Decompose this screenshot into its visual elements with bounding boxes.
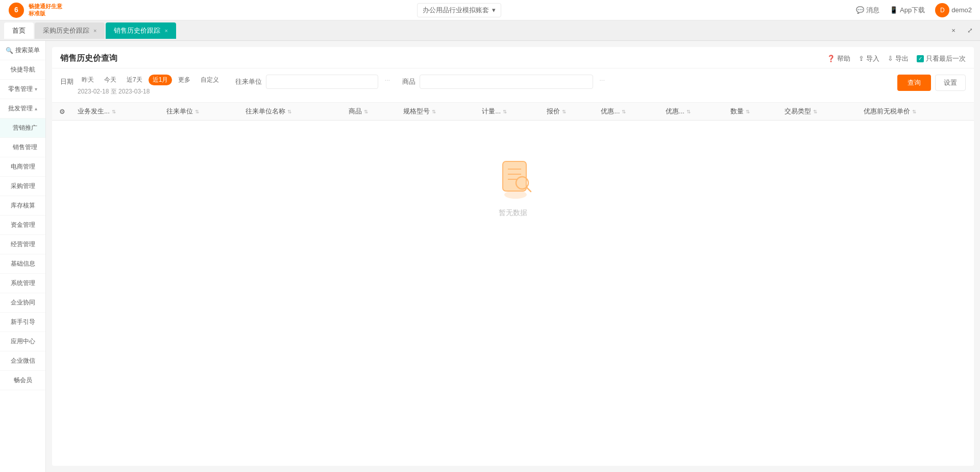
product-input[interactable] [420, 75, 593, 89]
sidebar-item-beginner[interactable]: 新手引导 [0, 313, 45, 332]
page-actions: ❓ 帮助 ⇪ 导入 ⇩ 导出 ✓ 只看最后一次 [827, 54, 966, 63]
setting-button[interactable]: 设置 [935, 75, 966, 91]
query-button[interactable]: 查询 [897, 75, 931, 91]
sort-icon: ⇅ [687, 109, 691, 114]
sidebar-item-wholesale[interactable]: 批发管理 ▴ [0, 99, 45, 119]
table-col-price[interactable]: 报价 ⇅ [542, 103, 596, 121]
help-button[interactable]: ❓ 帮助 [827, 54, 850, 63]
main-layout: 🔍 搜索菜单 快捷导航 零售管理 ▾ 批发管理 ▴ 营销推广 销售管理 电商管理… [0, 41, 980, 472]
empty-icon [487, 151, 538, 202]
sidebar-item-marketing[interactable]: 营销推广 [0, 119, 45, 138]
empty-state: 暂无数据 [52, 121, 974, 248]
date-btn-today[interactable]: 今天 [100, 75, 120, 85]
import-icon: ⇪ [859, 55, 864, 62]
sidebar-item-inventory[interactable]: 库存核算 [0, 196, 45, 216]
date-buttons: 昨天 今天 近7天 近1月 更多 自定义 [78, 75, 223, 85]
sidebar-item-purchase[interactable]: 采购管理 [0, 177, 45, 196]
sidebar-item-sales-mgmt[interactable]: 销售管理 [0, 138, 45, 157]
table-col-discount1[interactable]: 优惠... ⇅ [596, 103, 660, 121]
message-action[interactable]: 💬 消息 [856, 6, 879, 15]
sidebar-item-finance[interactable]: 资金管理 [0, 216, 45, 235]
table-col-quantity[interactable]: 数量 ⇅ [725, 103, 780, 121]
table-col-business-unit[interactable]: 往来单位 ⇅ [161, 103, 240, 121]
avatar: D [935, 3, 949, 17]
date-btn-7days[interactable]: 近7天 [122, 75, 146, 85]
sidebar-item-retail[interactable]: 零售管理 ▾ [0, 80, 45, 99]
download-icon: 📱 [890, 6, 898, 14]
date-filter-group: 日期 昨天 今天 近7天 近1月 更多 自定义 2023-02-18 至 202… [60, 75, 223, 96]
sidebar-item-ecommerce[interactable]: 电商管理 [0, 157, 45, 177]
tab-purchase-history[interactable]: 采购历史价跟踪 × [35, 22, 105, 39]
sidebar-item-member[interactable]: 畅会员 [0, 371, 45, 390]
sidebar-item-basic-info[interactable]: 基础信息 [0, 254, 45, 274]
date-btn-custom[interactable]: 自定义 [197, 75, 223, 85]
tab-bar-right: × ⤢ [947, 25, 976, 37]
page-header: 销售历史价查询 ❓ 帮助 ⇪ 导入 ⇩ 导出 ✓ [52, 47, 974, 68]
sidebar-item-enterprise-collab[interactable]: 企业协同 [0, 293, 45, 313]
table-col-price-notax[interactable]: 优惠前无税单价 ⇅ [859, 103, 974, 121]
table-col-unit[interactable]: 计量... ⇅ [477, 103, 542, 121]
business-unit-label: 往来单位 [235, 75, 262, 89]
top-header: 6 畅捷通好生意 标准版 办公用品行业模拟账套 ▾ 💬 消息 📱 App下载 D… [0, 0, 980, 20]
app-download-action[interactable]: 📱 App下载 [890, 6, 925, 15]
export-button[interactable]: ⇩ 导出 [888, 54, 909, 63]
import-button[interactable]: ⇪ 导入 [859, 54, 879, 63]
date-btn-more[interactable]: 更多 [174, 75, 194, 85]
filter-right: 查询 设置 [897, 75, 966, 91]
sidebar-item-system[interactable]: 系统管理 [0, 274, 45, 293]
date-btn-yesterday[interactable]: 昨天 [78, 75, 98, 85]
table-wrapper: ⚙ 业务发生... ⇅ 往来单位 [52, 103, 974, 466]
business-unit-filter-group: 往来单位 ... [235, 75, 390, 89]
sort-icon: ⇅ [746, 109, 750, 114]
svg-text:6: 6 [14, 6, 18, 14]
sidebar-item-search-menu[interactable]: 🔍 搜索菜单 [0, 41, 45, 60]
sidebar-item-app-center[interactable]: 应用中心 [0, 332, 45, 351]
table-col-gear[interactable]: ⚙ [52, 103, 72, 121]
sort-icon: ⇅ [287, 109, 291, 114]
sidebar-item-operations[interactable]: 经营管理 [0, 235, 45, 254]
data-table: ⚙ 业务发生... ⇅ 往来单位 [52, 103, 974, 121]
sort-icon: ⇅ [112, 109, 116, 114]
product-filter-group: 商品 ... [402, 75, 605, 89]
date-range-text: 2023-02-18 至 2023-03-18 [78, 87, 223, 96]
date-filter-options: 昨天 今天 近7天 近1月 更多 自定义 2023-02-18 至 2023-0… [78, 75, 223, 96]
tab-close-icon[interactable]: × [947, 25, 960, 37]
sidebar-item-quick-nav[interactable]: 快捷导航 [0, 60, 45, 80]
table-col-spec[interactable]: 规格型号 ⇅ [398, 103, 477, 121]
tab-home[interactable]: 首页 [4, 22, 34, 39]
sidebar: 🔍 搜索菜单 快捷导航 零售管理 ▾ 批发管理 ▴ 营销推广 销售管理 电商管理… [0, 41, 46, 472]
table-col-product[interactable]: 商品 ⇅ [344, 103, 398, 121]
sort-icon: ⇅ [432, 109, 436, 114]
chevron-up-icon: ▴ [35, 106, 37, 111]
table-col-biz-date[interactable]: 业务发生... ⇅ [72, 103, 161, 121]
only-last-checkbox[interactable]: ✓ 只看最后一次 [917, 54, 966, 63]
checkbox-checked-icon: ✓ [917, 55, 924, 62]
export-icon: ⇩ [888, 55, 893, 62]
date-btn-1month[interactable]: 近1月 [149, 75, 173, 85]
tab-purchase-close[interactable]: × [93, 28, 96, 34]
table-col-business-unit-name[interactable]: 往来单位名称 ⇅ [240, 103, 344, 121]
page-title: 销售历史价查询 [60, 53, 117, 64]
sort-icon: ⇅ [562, 109, 566, 114]
tab-sales-close[interactable]: × [164, 28, 167, 34]
business-unit-input[interactable] [266, 75, 378, 89]
filter-area: 日期 昨天 今天 近7天 近1月 更多 自定义 2023-02-18 至 202… [52, 68, 974, 103]
sort-icon: ⇅ [503, 109, 507, 114]
help-icon: ❓ [827, 55, 835, 62]
sort-icon: ⇅ [912, 109, 916, 114]
sidebar-item-enterprise-wechat[interactable]: 企业微信 [0, 351, 45, 371]
app-selector[interactable]: 办公用品行业模拟账套 ▾ [417, 3, 501, 17]
logo-icon: 6 [8, 2, 24, 18]
svg-point-2 [504, 191, 527, 199]
message-icon: 💬 [856, 6, 864, 14]
logo-area: 6 畅捷通好生意 标准版 [8, 2, 62, 18]
chevron-down-icon: ▾ [35, 86, 37, 92]
sort-icon: ⇅ [195, 109, 199, 114]
tab-expand-icon[interactable]: ⤢ [964, 25, 976, 37]
user-action[interactable]: D demo2 [935, 3, 972, 17]
product-label: 商品 [402, 75, 415, 89]
tab-sales-history[interactable]: 销售历史价跟踪 × [106, 22, 176, 39]
table-col-trade-type[interactable]: 交易类型 ⇅ [779, 103, 858, 121]
table-col-discount2[interactable]: 优惠... ⇅ [660, 103, 725, 121]
empty-text: 暂无数据 [499, 208, 527, 218]
